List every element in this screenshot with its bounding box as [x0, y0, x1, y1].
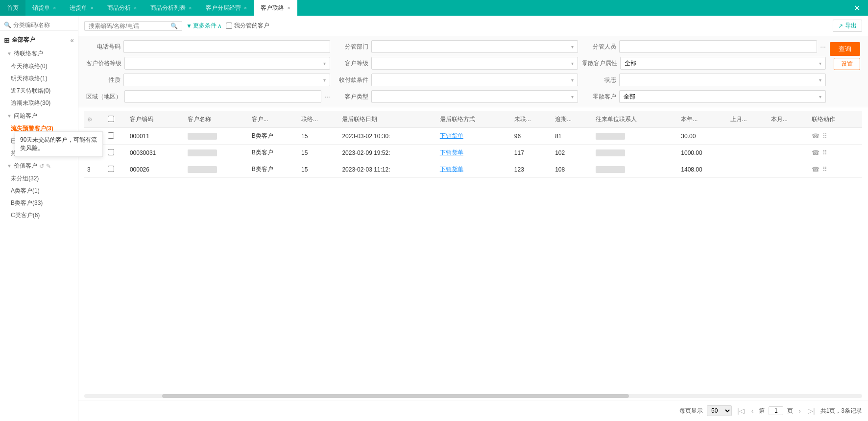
row-last-method[interactable]: 下销货单 — [437, 145, 511, 161]
col-type[interactable]: 客户... — [249, 111, 298, 128]
query-button[interactable]: 查询 — [830, 42, 860, 56]
nature-select[interactable]: ▾ — [123, 74, 330, 86]
region-select[interactable] — [124, 90, 321, 103]
filter-nature: 性质 ▾ — [86, 74, 330, 86]
col-overdue[interactable]: 逾期... — [552, 111, 593, 128]
search-input[interactable] — [89, 23, 170, 29]
col-no-contact[interactable]: 未联... — [511, 111, 552, 128]
dept-select[interactable]: ▾ — [371, 40, 578, 53]
close-icon[interactable]: × — [287, 5, 290, 11]
tab-home[interactable]: 首页 — [0, 0, 25, 16]
more-conditions-button[interactable]: ▼ 更多条件 ∧ — [186, 22, 222, 30]
col-contact-person[interactable]: 往来单位联系人 — [593, 111, 678, 128]
col-this-year[interactable]: 本年... — [678, 111, 727, 128]
col-this-month[interactable]: 本月... — [768, 111, 809, 128]
sidebar-item-overdue-pending[interactable]: 逾期未联络(30) — [0, 97, 78, 109]
search-button[interactable]: 🔍 — [170, 23, 178, 29]
horizontal-scrollbar[interactable] — [84, 394, 862, 398]
tab-customer-contact[interactable]: 客户联络 × — [254, 0, 297, 16]
table-row: 3 000026 B类客户 15 2023-02-03 11:12: 下销货单 … — [84, 161, 862, 178]
menu-icon[interactable]: ⠿ — [822, 149, 827, 156]
retail-select[interactable]: 全部 ▾ — [619, 90, 826, 103]
prev-page-button[interactable]: ‹ — [750, 407, 755, 415]
export-button[interactable]: ↗ 导出 — [833, 20, 862, 32]
sidebar-group-problem[interactable]: ▼ 问题客户 — [0, 109, 78, 123]
close-icon[interactable]: × — [244, 5, 247, 11]
status-select[interactable]: ▾ — [619, 74, 826, 86]
filter-customer-grade: 客户等级 ▾ — [334, 57, 578, 70]
more-dots-icon[interactable]: ··· — [324, 93, 330, 100]
sidebar-group-pending[interactable]: ▼ 待联络客户 — [0, 47, 78, 60]
payment-select[interactable]: ▾ — [371, 74, 578, 86]
contact-icon[interactable]: ☎ — [812, 149, 820, 156]
sidebar-item-class-a[interactable]: A类客户(1) — [0, 185, 78, 197]
tab-product-analysis-list[interactable]: 商品分析列表 × — [144, 0, 198, 16]
sidebar-item-tomorrow-pending[interactable]: 明天待联络(1) — [0, 73, 78, 85]
sidebar-item-class-c[interactable]: C类客户(6) — [0, 209, 78, 222]
customer-grade-select[interactable]: ▾ — [371, 57, 578, 70]
col-name[interactable]: 客户名称 — [185, 111, 248, 128]
settings-icon[interactable]: ⚙ — [87, 116, 93, 123]
select-all-checkbox[interactable] — [108, 116, 114, 122]
col-code[interactable]: 客户编码 — [127, 111, 185, 128]
sidebar-group-value[interactable]: ▼ 价值客户 ↺ ✎ — [0, 159, 78, 173]
edit-icon[interactable]: ✎ — [46, 163, 51, 170]
filter-retail: 零散客户 全部 ▾ — [582, 90, 826, 103]
search-bar[interactable]: 🔍 — [84, 21, 182, 31]
col-last-method[interactable]: 最后联络方式 — [437, 111, 511, 128]
page-size-select[interactable]: 50 100 200 — [707, 405, 732, 416]
sidebar-search-input[interactable] — [13, 22, 74, 28]
row-checkbox[interactable] — [105, 145, 127, 161]
col-checkbox[interactable] — [105, 111, 127, 128]
close-icon[interactable]: × — [134, 5, 137, 11]
my-customers-check[interactable] — [226, 23, 232, 29]
tab-product-analysis[interactable]: 商品分析 × — [100, 0, 144, 16]
row-checkbox[interactable] — [105, 128, 127, 145]
scrollbar-thumb[interactable] — [162, 394, 629, 398]
col-action: 联络动作 — [809, 111, 862, 128]
phone-input[interactable] — [123, 40, 330, 53]
table-header-row: ⚙ 客户编码 客户名称 客户... — [84, 111, 862, 128]
refresh-icon[interactable]: ↺ — [39, 163, 44, 170]
menu-icon[interactable]: ⠿ — [822, 166, 827, 173]
nature-label: 性质 — [86, 76, 121, 84]
menu-icon[interactable]: ⠿ — [822, 132, 827, 140]
chevron-down-icon: ▾ — [571, 77, 574, 83]
price-grade-select[interactable]: ▾ — [124, 57, 330, 70]
scatter-attr-select[interactable]: 全部 ▾ — [620, 57, 826, 70]
customer-type-select[interactable]: ▾ — [371, 90, 578, 103]
row-checkbox[interactable] — [105, 161, 127, 178]
row-type: B类客户 — [249, 128, 298, 145]
sidebar-all-customers[interactable]: ⊞ 全部客户 « — [0, 33, 78, 47]
more-dots-icon[interactable]: ··· — [820, 43, 826, 50]
contact-icon[interactable]: ☎ — [812, 166, 820, 173]
close-icon[interactable]: × — [189, 5, 192, 11]
row-last-method[interactable]: 下销货单 — [437, 161, 511, 178]
row-last-method[interactable]: 下销货单 — [437, 128, 511, 145]
manager-select[interactable] — [619, 40, 817, 53]
col-last-date[interactable]: 最后联络日期 — [339, 111, 436, 128]
sidebar-item-ungrouped[interactable]: 未分组(32) — [0, 173, 78, 185]
col-contact-count[interactable]: 联络... — [298, 111, 339, 128]
col-settings[interactable]: ⚙ — [84, 111, 105, 128]
my-customers-checkbox[interactable]: 我分管的客户 — [226, 22, 269, 30]
next-page-button[interactable]: › — [797, 407, 802, 415]
contact-icon[interactable]: ☎ — [812, 132, 820, 140]
close-icon[interactable]: × — [53, 5, 56, 11]
tab-customer-tier[interactable]: 客户分层经营 × — [199, 0, 254, 16]
first-page-button[interactable]: |◁ — [736, 407, 746, 415]
tab-sales-order[interactable]: 销货单 × — [25, 0, 63, 16]
sidebar-item-today-pending[interactable]: 今天待联络(0) — [0, 60, 78, 73]
settings-button[interactable]: 设置 — [834, 58, 860, 70]
sidebar-search-bar[interactable]: 🔍 — [0, 20, 78, 31]
sidebar-item-week-pending[interactable]: 近7天待联络(0) — [0, 85, 78, 97]
window-close-button[interactable]: ✕ — [846, 3, 868, 13]
page-number-input[interactable] — [769, 406, 783, 415]
row-action: ☎ ⠿ — [809, 128, 862, 145]
close-icon[interactable]: × — [90, 5, 93, 11]
tab-purchase-order[interactable]: 进货单 × — [63, 0, 100, 16]
chevron-down-icon: ▾ — [571, 44, 574, 50]
sidebar-item-class-b[interactable]: B类客户(33) — [0, 197, 78, 209]
last-page-button[interactable]: ▷| — [806, 407, 817, 415]
col-last-month[interactable]: 上月... — [727, 111, 768, 128]
